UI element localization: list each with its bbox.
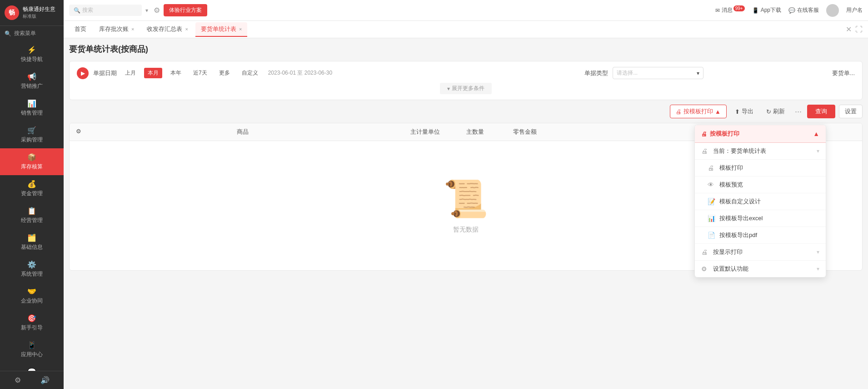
template-export-pdf-label: 按模板导出pdf [719, 231, 757, 239]
dropdown-close-button[interactable]: ▲ [813, 130, 819, 137]
sidebar-item-quick-nav[interactable]: ⚡ 快捷导航 [0, 41, 64, 68]
date-btn-this-year[interactable]: 本年 [167, 68, 185, 78]
display-print-arrow-icon: ▾ [817, 249, 819, 255]
refresh-label: 刷新 [773, 107, 785, 116]
export-button[interactable]: ⬆ 导出 [730, 105, 758, 118]
tab-receivable-summary-close[interactable]: × [185, 26, 188, 32]
sidebar-search[interactable]: 🔍 搜索菜单 [0, 26, 64, 41]
topbar-actions: ✉ 消息 99+ 📱 App下载 💬 在线客服 用户名 [715, 4, 863, 17]
display-print-label: 按显示打印 [713, 248, 743, 256]
date-btn-prev-month[interactable]: 上月 [121, 68, 140, 78]
settings-button[interactable]: 设置 [839, 105, 863, 118]
sidebar-item-finance[interactable]: 💰 资金管理 [0, 175, 64, 202]
sidebar-item-label: 快捷导航 [21, 56, 43, 63]
sidebar-item-inventory[interactable]: 📦 库存核算 [0, 148, 64, 175]
tab-close-all-button[interactable]: ✕ [846, 25, 852, 34]
empty-illustration: 📜 [443, 177, 489, 220]
user-avatar[interactable] [826, 4, 839, 17]
th-unit: 主计量单位 [398, 128, 452, 136]
tab-inventory-batch-close[interactable]: × [131, 26, 134, 32]
th-settings[interactable]: ⚙ [70, 128, 88, 136]
sidebar: 畅 畅康通好生意 标准版 🔍 搜索菜单 ⚡ 快捷导航 📢 营销推广 📊 销售管理… [0, 0, 64, 389]
type-filter-label: 单据类型 [584, 69, 608, 77]
tab-order-stats-close[interactable]: × [239, 26, 242, 32]
message-icon: ✉ [715, 7, 720, 14]
sidebar-item-operations[interactable]: 📋 经营管理 [0, 202, 64, 229]
sidebar-item-sales[interactable]: 📊 销售管理 [0, 95, 64, 121]
sidebar-item-label: 营销推广 [21, 82, 43, 90]
guide-icon: 🎯 [27, 314, 36, 323]
sidebar-item-marketing[interactable]: 📢 营销推广 [0, 68, 64, 95]
tab-maximize-button[interactable]: ⛶ [855, 25, 863, 34]
topbar-search[interactable]: 🔍 搜索 [69, 5, 142, 16]
template-preview-icon: 👁 [708, 181, 716, 188]
tab-order-stats-label: 要货单统计表 [201, 25, 236, 33]
column-settings-icon[interactable]: ⚙ [76, 128, 81, 135]
tab-home[interactable]: 首页 [69, 22, 92, 37]
search-label: 搜索菜单 [14, 30, 36, 37]
tab-inventory-batch[interactable]: 库存批次账 × [94, 22, 140, 37]
print-chevron-icon: ▲ [715, 108, 721, 115]
page-content: 要货单统计表(按商品) ▶ 单据日期 上月 本月 本年 近7天 更多 自定义 2… [64, 38, 868, 389]
refresh-button[interactable]: ↻ 刷新 [762, 105, 789, 118]
sidebar-item-label: 销售管理 [21, 109, 43, 117]
message-action[interactable]: ✉ 消息 99+ [715, 6, 745, 14]
tab-order-stats[interactable]: 要货单统计表 × [195, 22, 247, 37]
settings-icon[interactable]: ⚙ [15, 376, 21, 384]
inventory-icon: 📦 [27, 153, 36, 162]
gear-icon[interactable]: ⚙ [154, 6, 160, 15]
dropdown-template-design[interactable]: 📝 模板自定义设计 [695, 193, 826, 210]
user-name[interactable]: 用户名 [846, 6, 863, 14]
date-range-display: 2023-06-01 至 2023-06-30 [268, 69, 332, 77]
sidebar-item-purchase[interactable]: 🛒 采购管理 [0, 121, 64, 148]
current-label: 当前：要货单统计表 [713, 147, 766, 155]
sidebar-item-basic[interactable]: 🗂️ 基础信息 [0, 229, 64, 256]
sidebar-item-system[interactable]: ⚙️ 系统管理 [0, 256, 64, 283]
query-button[interactable]: 查询 [807, 105, 835, 118]
dropdown-icon[interactable]: ▾ [145, 7, 148, 14]
dropdown-template-preview[interactable]: 👁 模板预览 [695, 177, 826, 193]
dropdown-set-default[interactable]: ⚙ 设置默认功能 ▾ [695, 261, 826, 277]
app-download-label: App下载 [761, 6, 781, 14]
date-filter-label: 单据日期 [93, 69, 117, 77]
dropdown-template-print[interactable]: 🖨 模板打印 [695, 160, 826, 177]
template-design-icon: 📝 [708, 198, 716, 205]
sidebar-item-cooperation[interactable]: 🤝 企业协同 [0, 283, 64, 309]
date-btn-this-month[interactable]: 本月 [144, 68, 162, 78]
dropdown-current-item[interactable]: 🖨 当前：要货单统计表 ▾ [695, 143, 826, 160]
dropdown-template-export-pdf[interactable]: 📄 按模板导出pdf [695, 227, 826, 244]
sidebar-item-label: 企业协同 [21, 297, 43, 305]
print-button[interactable]: 🖨 按模板打印 ▲ [670, 105, 727, 118]
sidebar-item-guide[interactable]: 🎯 新手引导 [0, 309, 64, 336]
filter-expand-arrow[interactable]: ▶ [77, 67, 89, 79]
app-download-action[interactable]: 📱 App下载 [752, 6, 781, 14]
template-export-excel-icon: 📊 [708, 215, 716, 222]
sidebar-item-label: 经营管理 [21, 217, 43, 224]
date-btn-last-7[interactable]: 近7天 [190, 68, 211, 78]
sidebar-item-apps[interactable]: 📱 应用中心 [0, 336, 64, 363]
date-btn-custom[interactable]: 自定义 [238, 68, 262, 78]
online-service-label: 在线客服 [797, 6, 819, 14]
expand-more-btn[interactable]: ▾ 展开更多条件 [440, 83, 492, 94]
date-btn-more[interactable]: 更多 [215, 68, 234, 78]
sidebar-item-wechat[interactable]: 💬 企业微信 [0, 363, 64, 371]
sidebar-bottom: ⚙ 🔊 [0, 371, 64, 389]
dropdown-display-print[interactable]: 🖨 按显示打印 ▾ [695, 244, 826, 261]
refresh-icon: ↻ [766, 108, 771, 115]
dropdown-title: 🖨 按模板打印 [701, 130, 739, 138]
th-retail-amount: 零售金额 [498, 128, 552, 136]
expand-label: 展开更多条件 [452, 85, 484, 92]
tabs-controls: ✕ ⛶ [846, 25, 863, 34]
sound-icon[interactable]: 🔊 [40, 376, 50, 384]
logo-icon: 畅 [5, 5, 19, 20]
sidebar-item-label: 系统管理 [21, 270, 43, 278]
type-filter-select[interactable]: 请选择... ▾ [613, 67, 703, 79]
current-arrow-icon: ▾ [817, 148, 819, 154]
set-default-arrow-icon: ▾ [817, 266, 819, 272]
export-icon: ⬆ [735, 108, 740, 115]
dropdown-template-export-excel[interactable]: 📊 按模板导出excel [695, 210, 826, 227]
more-button[interactable]: ··· [793, 107, 803, 116]
trial-button[interactable]: 体验行业方案 [164, 4, 207, 16]
tab-receivable-summary[interactable]: 收发存汇总表 × [141, 22, 193, 37]
online-service-action[interactable]: 💬 在线客服 [788, 6, 819, 14]
